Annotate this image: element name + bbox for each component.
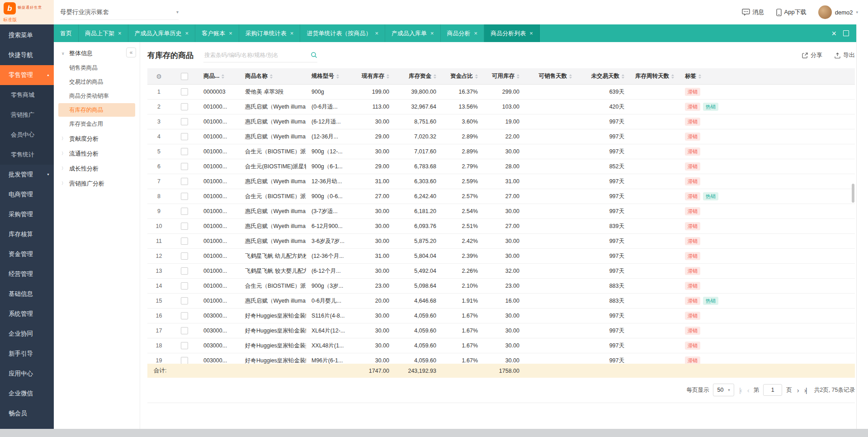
- sort-icon[interactable]: [475, 74, 478, 79]
- sidebar-item[interactable]: 电商管理: [0, 185, 54, 204]
- column-header[interactable]: 商品名称: [240, 68, 306, 85]
- sidebar-item[interactable]: 零售统计: [0, 145, 54, 165]
- page-number-input[interactable]: [763, 384, 782, 396]
- tab[interactable]: 商品上下架×: [79, 24, 128, 42]
- close-tab-icon[interactable]: ×: [229, 30, 232, 37]
- first-page-button[interactable]: |‹: [738, 386, 742, 394]
- search-input[interactable]: [203, 52, 308, 59]
- close-tab-icon[interactable]: ×: [430, 30, 434, 37]
- column-header[interactable]: 库存资金: [395, 68, 442, 85]
- sidebar-item[interactable]: 零售商城: [0, 85, 54, 105]
- tree-item[interactable]: 销售类商品: [58, 61, 135, 75]
- sidebar-item[interactable]: 企业协同: [0, 324, 54, 344]
- close-tab-icon[interactable]: ×: [118, 30, 122, 37]
- app-download-button[interactable]: App下载: [776, 8, 807, 16]
- sidebar-item[interactable]: 库存核算: [0, 224, 54, 244]
- vertical-scrollbar[interactable]: [851, 68, 855, 364]
- close-tab-icon[interactable]: ×: [831, 29, 836, 38]
- sort-icon[interactable]: [270, 74, 273, 79]
- prev-page-button[interactable]: ‹: [746, 386, 750, 394]
- tree-item[interactable]: 〉成长性分析: [54, 161, 140, 176]
- sort-icon[interactable]: [622, 74, 624, 79]
- row-checkbox[interactable]: [181, 133, 188, 140]
- messages-button[interactable]: 消息: [742, 8, 764, 16]
- column-header[interactable]: 标签: [679, 68, 855, 85]
- column-settings-gear-icon[interactable]: ⚙: [156, 73, 162, 80]
- last-page-button[interactable]: ›|: [803, 386, 807, 394]
- tab[interactable]: 首页: [54, 24, 79, 42]
- row-checkbox[interactable]: [181, 163, 188, 170]
- export-button[interactable]: 导出: [834, 51, 855, 59]
- column-header[interactable]: 可销售天数: [525, 68, 577, 85]
- sidebar-item[interactable]: 系统管理: [0, 304, 54, 324]
- sidebar-item[interactable]: 资金管理: [0, 244, 54, 264]
- close-tab-icon[interactable]: ×: [185, 30, 189, 37]
- close-tab-icon[interactable]: ×: [474, 30, 478, 37]
- row-checkbox[interactable]: [181, 208, 188, 215]
- row-checkbox[interactable]: [181, 238, 188, 245]
- tree-item[interactable]: 有库存的商品: [58, 103, 135, 117]
- tab[interactable]: 商品分析列表×: [484, 24, 540, 42]
- sidebar-item[interactable]: 会员中心: [0, 125, 54, 145]
- sort-icon[interactable]: [222, 74, 224, 79]
- tree-item[interactable]: 库存资金占用: [58, 117, 135, 131]
- row-checkbox[interactable]: [181, 118, 188, 125]
- sidebar-item[interactable]: 采购管理: [0, 204, 54, 224]
- sort-icon[interactable]: [336, 74, 339, 79]
- tree-item[interactable]: 〉营销推广分析: [54, 176, 140, 191]
- sidebar-item[interactable]: 批发管理▼: [0, 165, 54, 185]
- collapse-panel-button[interactable]: «: [126, 48, 136, 57]
- account-selector[interactable]: 母婴行业演示账套 ▾: [60, 5, 179, 20]
- sort-icon[interactable]: [569, 74, 572, 79]
- logo[interactable]: b 畅捷通好生意 标准版: [0, 0, 54, 24]
- tab[interactable]: 商品分析×: [441, 24, 485, 42]
- close-tab-icon[interactable]: ×: [529, 30, 533, 37]
- tree-item[interactable]: 〉贡献度分析: [54, 131, 140, 146]
- sort-icon[interactable]: [698, 74, 701, 79]
- row-checkbox[interactable]: [181, 297, 188, 304]
- close-tab-icon[interactable]: ×: [375, 30, 378, 37]
- column-header[interactable]: 资金占比: [442, 68, 483, 85]
- per-page-select[interactable]: 50 ▾: [713, 384, 734, 396]
- sidebar-item[interactable]: 经营管理: [0, 264, 54, 284]
- tab[interactable]: 进货单统计表（按商品）×: [300, 24, 385, 42]
- row-checkbox[interactable]: [181, 282, 188, 290]
- scrollbar-thumb[interactable]: [852, 184, 854, 203]
- row-checkbox[interactable]: [181, 178, 188, 185]
- row-checkbox[interactable]: [181, 267, 188, 275]
- tree-item[interactable]: 商品分类动销率: [58, 89, 135, 103]
- column-header[interactable]: 未交易天数: [577, 68, 630, 85]
- close-tab-icon[interactable]: ×: [290, 30, 294, 37]
- row-checkbox[interactable]: [181, 193, 188, 200]
- sidebar-item[interactable]: 应用中心: [0, 364, 54, 384]
- share-button[interactable]: 分享: [802, 51, 822, 59]
- column-header[interactable]: 现有库存: [353, 68, 395, 85]
- search-icon[interactable]: [311, 52, 317, 58]
- tab[interactable]: 产成品入库单×: [385, 24, 441, 42]
- sidebar-item[interactable]: 企业微信: [0, 384, 54, 404]
- row-checkbox[interactable]: [181, 223, 188, 230]
- sidebar-item[interactable]: 零售管理▲: [0, 65, 54, 85]
- tab[interactable]: 产成品入库单历史×: [128, 24, 196, 42]
- sidebar-item[interactable]: 搜索菜单: [0, 25, 54, 45]
- sidebar-item[interactable]: 畅会员: [0, 404, 54, 423]
- tree-item[interactable]: 〉流通性分析: [54, 146, 140, 161]
- sort-icon[interactable]: [387, 74, 389, 79]
- tab[interactable]: 客户账本×: [195, 24, 239, 42]
- row-checkbox[interactable]: [181, 357, 188, 364]
- tab[interactable]: 采购订单统计表×: [239, 24, 301, 42]
- row-checkbox[interactable]: [181, 327, 188, 334]
- row-checkbox[interactable]: [181, 252, 188, 260]
- sidebar-item[interactable]: 新手引导: [0, 344, 54, 364]
- column-header[interactable]: 库存周转天数: [630, 68, 679, 85]
- fullscreen-icon[interactable]: [843, 30, 849, 36]
- row-checkbox[interactable]: [181, 88, 188, 95]
- sidebar-item[interactable]: 基础信息: [0, 284, 54, 304]
- row-checkbox[interactable]: [181, 312, 188, 319]
- row-checkbox[interactable]: [181, 103, 188, 110]
- sidebar-item[interactable]: 营销推广: [0, 105, 54, 125]
- next-page-button[interactable]: ›: [796, 386, 799, 394]
- row-checkbox[interactable]: [181, 342, 188, 349]
- column-header[interactable]: 商品...: [198, 68, 240, 85]
- sort-icon[interactable]: [434, 74, 436, 79]
